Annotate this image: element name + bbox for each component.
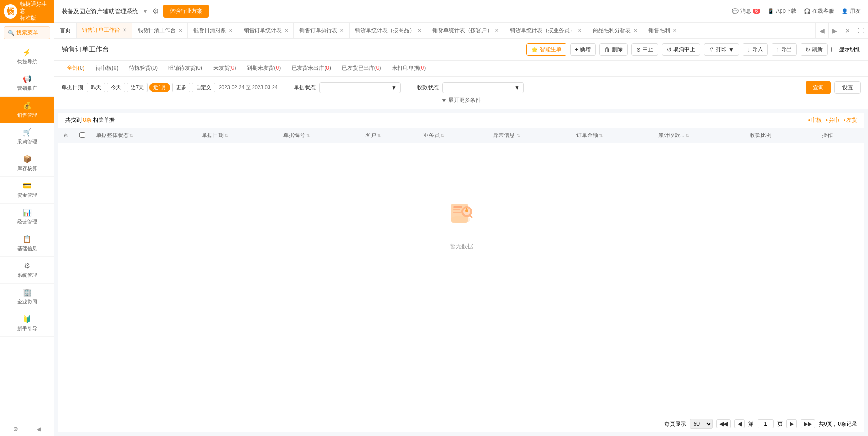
tab-sales-stat-customer[interactable]: 销货单统计表（按客户）✕ — [427, 23, 504, 39]
tab-cash-daily[interactable]: 钱货日清工作台✕ — [132, 23, 188, 39]
sidebar-item-system[interactable]: ⚙系统管理 — [0, 257, 54, 284]
subtab-shipped-in[interactable]: 已发货已出库(0) — [336, 61, 387, 76]
tab-close-product-margin[interactable]: ✕ — [633, 28, 637, 33]
system-dropdown-icon[interactable]: ▼ — [143, 8, 148, 14]
tab-close-sales-workbench[interactable]: ✕ — [123, 28, 126, 33]
tab-sales-exec[interactable]: 销售订单执行表✕ — [294, 23, 350, 39]
subtab-not-printed[interactable]: 未打印单据(0) — [387, 61, 432, 76]
subtab-pending-review[interactable]: 待审核(0) — [90, 61, 124, 76]
sidebar-nav: ⚡快捷导航📢营销推广💰销售管理🛒采购管理📦库存核算💳资金管理📊经营管理📋基础信息… — [0, 43, 54, 337]
column-settings-icon[interactable]: ⚙ — [63, 133, 68, 139]
sidebar-item-purchase[interactable]: 🛒采购管理 — [0, 123, 54, 150]
tab-home[interactable]: 首页 — [54, 23, 77, 39]
sidebar-item-operations[interactable]: 📊经营管理 — [0, 204, 54, 230]
show-detail-checkbox-label[interactable]: 显示明细 — [831, 46, 861, 53]
sidebar-item-corp[interactable]: 🏢企业协同 — [0, 284, 54, 310]
tab-close-sales-profit[interactable]: ✕ — [673, 28, 676, 33]
table-settings-col[interactable]: ⚙ — [58, 128, 74, 143]
tab-sales-stat-product[interactable]: 销货单统计表（按商品）✕ — [350, 23, 427, 39]
collapse-icon[interactable]: ◀ — [37, 426, 41, 432]
select-all-checkbox[interactable] — [79, 132, 85, 138]
smart-generate-button[interactable]: ⭐ 智能生单 — [526, 43, 566, 56]
main-area: 装备及固定资产辅助管理系统 ▼ ⚙ 体验行业方案 💬 消息 6 📱 App下载 … — [54, 0, 868, 436]
page-content: 销售订单工作台 ⭐ 智能生单 + 新增 🗑 删除 ⊘ 中止 — [54, 39, 868, 436]
cancel-stop-button[interactable]: ↺ 取消中止 — [662, 43, 700, 56]
nav-icon-purchase: 🛒 — [23, 128, 32, 137]
search-menu-button[interactable]: 🔍 搜索菜单 — [4, 26, 50, 39]
filter-date-btn-近7天[interactable]: 近7天 — [127, 83, 148, 92]
tab-sales-stat[interactable]: 销售订单统计表✕ — [238, 23, 294, 39]
sidebar-item-basic-info[interactable]: 📋基础信息 — [0, 230, 54, 257]
reject-button[interactable]: 弃审 — [825, 116, 839, 124]
tab-close-sales-stat-product[interactable]: ✕ — [417, 28, 421, 33]
print-button[interactable]: 🖨 打印 ▼ — [704, 43, 739, 56]
delete-button[interactable]: 🗑 删除 — [599, 43, 628, 56]
sidebar-item-marketing[interactable]: 📢营销推广 — [0, 70, 54, 97]
topbar-settings-icon[interactable]: ⚙ — [153, 7, 159, 15]
tab-close-cash-daily[interactable]: ✕ — [178, 28, 182, 33]
subtab-all[interactable]: 全部(0) — [62, 61, 90, 76]
tab-sales-profit[interactable]: 销售毛利✕ — [643, 23, 682, 39]
table-checkbox-col[interactable] — [74, 128, 91, 143]
filter-expand-button[interactable]: ▼ 展开更多条件 — [62, 96, 861, 104]
tab-fullscreen-button[interactable]: ⛶ — [854, 23, 868, 39]
filter-payment-select[interactable]: ▼ — [442, 82, 524, 93]
query-button[interactable]: 查询 — [806, 81, 831, 94]
subtab-not-shipped[interactable]: 未发货(0) — [208, 61, 242, 76]
refresh-button[interactable]: ↻ 刷新 — [801, 43, 828, 56]
sidebar-item-inventory[interactable]: 📦库存核算 — [0, 150, 54, 177]
nav-label-sales: 销售管理 — [17, 112, 37, 118]
tab-cash-reconcile[interactable]: 钱货日清对账✕ — [188, 23, 238, 39]
subtab-shipped-not-in[interactable]: 已发货未出库(0) — [286, 61, 336, 76]
filter-row-1: 单据日期 昨天今天近7天近1月更多自定义 2023-02-24 至 2023-0… — [62, 81, 861, 94]
page-first-button[interactable]: ◀◀ — [716, 419, 731, 428]
table-head: ⚙ 单据整体状态 ⇅ — [58, 128, 864, 143]
approve-button[interactable]: 审核 — [808, 116, 822, 124]
online-service-button[interactable]: 🎧 在线客服 — [804, 7, 834, 15]
subtabs: 全部(0)待审核(0)待拣验货(0)旺铺待发货(0)未发货(0)到期未发货(0)… — [54, 61, 868, 77]
tab-sales-stat-staff[interactable]: 销货单统计表（按业务员）✕ — [504, 23, 587, 39]
page-input[interactable] — [758, 419, 774, 428]
sidebar-item-guide[interactable]: 🔰新手引导 — [0, 310, 54, 337]
tab-prev-button[interactable]: ◀ — [815, 23, 828, 39]
filter-date-btn-自定义[interactable]: 自定义 — [192, 83, 215, 92]
ship-button[interactable]: 发货 — [843, 116, 857, 124]
export-button[interactable]: ↑ 导出 — [772, 43, 797, 56]
filter-date-btn-近1月[interactable]: 近1月 — [149, 83, 170, 92]
trial-button[interactable]: 体验行业方案 — [163, 5, 209, 18]
phone-icon: 📱 — [767, 8, 774, 14]
tab-close-sales-stat[interactable]: ✕ — [284, 28, 288, 33]
sidebar-item-quick-nav[interactable]: ⚡快捷导航 — [0, 43, 54, 70]
page-last-button[interactable]: ▶▶ — [801, 419, 815, 428]
sidebar-item-sales[interactable]: 💰销售管理 — [0, 97, 54, 123]
tab-sales-workbench[interactable]: 销售订单工作台✕ — [77, 23, 132, 39]
settings-icon[interactable]: ⚙ — [13, 426, 18, 432]
filter-date-btn-昨天[interactable]: 昨天 — [87, 83, 105, 92]
sidebar-item-finance[interactable]: 💳资金管理 — [0, 177, 54, 204]
subtab-pending-inspect[interactable]: 待拣验货(0) — [124, 61, 163, 76]
import-button[interactable]: ↓ 导入 — [743, 43, 768, 56]
tab-close-sales-stat-customer[interactable]: ✕ — [495, 28, 499, 33]
filter-date-btn-今天[interactable]: 今天 — [107, 83, 125, 92]
tab-close-sales-stat-staff[interactable]: ✕ — [578, 28, 581, 33]
message-button[interactable]: 💬 消息 6 — [732, 7, 760, 15]
stop-button[interactable]: ⊘ 中止 — [631, 43, 658, 56]
subtab-overdue-not-shipped[interactable]: 到期未发货(0) — [241, 61, 286, 76]
subtab-wangpu-pending[interactable]: 旺铺待发货(0) — [163, 61, 208, 76]
app-download-button[interactable]: 📱 App下载 — [767, 7, 796, 15]
tab-close-sales-exec[interactable]: ✕ — [340, 28, 344, 33]
show-detail-checkbox[interactable] — [831, 47, 837, 52]
filter-status-select[interactable]: ▼ — [319, 82, 401, 93]
tab-close-all-button[interactable]: ✕ — [841, 23, 854, 39]
tab-product-margin[interactable]: 商品毛利分析表✕ — [587, 23, 643, 39]
user-button[interactable]: 👤 用友 — [841, 7, 861, 15]
tab-next-button[interactable]: ▶ — [828, 23, 841, 39]
filter-setting-button[interactable]: 设置 — [834, 81, 861, 94]
tab-list: 首页销售订单工作台✕钱货日清工作台✕钱货日清对账✕销售订单统计表✕销售订单执行表… — [54, 23, 815, 39]
add-button[interactable]: + 新增 — [570, 43, 596, 56]
page-next-button[interactable]: ▶ — [786, 419, 797, 428]
filter-date-btn-更多[interactable]: 更多 — [172, 83, 190, 92]
page-prev-button[interactable]: ◀ — [734, 419, 745, 428]
tab-close-cash-reconcile[interactable]: ✕ — [229, 28, 232, 33]
page-size-select[interactable]: 50 20 100 — [690, 419, 713, 429]
